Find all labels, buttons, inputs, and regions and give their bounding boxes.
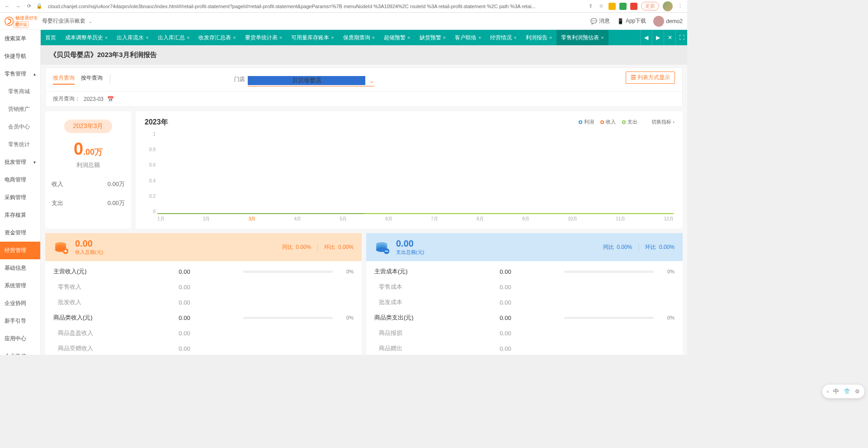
legend-item[interactable]: 支出 xyxy=(622,119,637,125)
url-bar[interactable]: cloud.chanjet.com/nsj/u4oor74daqxn/iole3… xyxy=(48,4,583,9)
back-icon[interactable]: ← xyxy=(4,3,11,10)
month-value[interactable]: 2023-03 xyxy=(84,96,104,102)
row-name: 商品赠出 xyxy=(374,344,447,353)
table-row: 商品报损0.00 xyxy=(374,325,675,341)
translate-button[interactable]: 更新 xyxy=(641,2,659,10)
share-icon[interactable]: ⇪ xyxy=(587,3,594,10)
tab-label: 客户联络 xyxy=(455,34,476,42)
close-icon[interactable]: × xyxy=(514,35,516,40)
close-icon[interactable]: × xyxy=(146,35,148,40)
query-tab-month[interactable]: 按月查询 xyxy=(53,74,75,85)
user-menu[interactable]: demo2 xyxy=(653,16,683,27)
close-icon[interactable]: × xyxy=(443,35,446,40)
sidebar-item[interactable]: 会员中心 xyxy=(0,118,40,136)
sidebar-item[interactable]: 电商管理 xyxy=(0,171,40,189)
tab[interactable]: 成本调整单历史× xyxy=(61,30,112,45)
y-tick: 0.8 xyxy=(145,147,156,152)
sidebar-item[interactable]: 应用中心 xyxy=(0,330,40,348)
y-tick: 0.4 xyxy=(145,178,156,183)
tabs-scroll-left[interactable]: ◀ xyxy=(640,30,652,45)
table-row: 商品赠出0.00 xyxy=(374,341,675,355)
tab[interactable]: 经营情况× xyxy=(486,30,521,45)
switch-label: 切换指标 xyxy=(651,119,671,124)
tab[interactable]: 出入库汇总× xyxy=(153,30,194,45)
query-tab-year[interactable]: 按年查询 xyxy=(81,74,103,85)
query-sub-bar: 按月查询： 2023-03 📅 xyxy=(45,91,683,107)
list-mode-button[interactable]: ☰ 列表方式显示 xyxy=(626,71,675,84)
close-icon[interactable]: × xyxy=(233,35,236,40)
tab-label: 经营情况 xyxy=(490,34,512,42)
sidebar-item[interactable]: 零售管理▴ xyxy=(0,65,40,83)
sidebar-item[interactable]: 快捷导航 xyxy=(0,48,40,65)
sidebar-item[interactable]: 零售商城 xyxy=(0,83,40,100)
ext-icon-3[interactable] xyxy=(630,3,637,10)
store-selector[interactable]: 门店 贝贝母婴店 ⌄ xyxy=(234,72,374,86)
tab[interactable]: 利润报告× xyxy=(521,30,557,45)
sidebar-item[interactable]: 资金管理 xyxy=(0,224,40,242)
expense-yoy-val: 0.00% xyxy=(617,244,632,250)
account-selector[interactable]: 母婴行业演示账套 ⌄ xyxy=(42,17,93,25)
ext-icon-2[interactable] xyxy=(619,3,627,10)
tab[interactable]: 超储预警× xyxy=(379,30,415,45)
close-icon[interactable]: × xyxy=(279,35,282,40)
tab[interactable]: 出入库流水× xyxy=(112,30,153,45)
close-icon[interactable]: × xyxy=(549,35,552,40)
sidebar-item[interactable]: 零售统计 xyxy=(0,136,40,153)
tabs-fullscreen[interactable]: ⛶ xyxy=(675,30,687,45)
close-icon[interactable]: × xyxy=(478,35,481,40)
sidebar-item[interactable]: 营销推广 xyxy=(0,100,40,118)
expense-icon xyxy=(374,239,391,255)
close-icon[interactable]: × xyxy=(331,35,334,40)
income-mom-label: 环比 xyxy=(324,244,335,250)
tab[interactable]: 首页 xyxy=(41,30,61,45)
user-avatar xyxy=(653,16,664,27)
sidebar-item[interactable]: 新手引导 xyxy=(0,312,40,330)
legend-item[interactable]: 利润 xyxy=(579,119,594,125)
tab[interactable]: 客户联络× xyxy=(450,30,486,45)
sidebar-item[interactable]: 采购管理 xyxy=(0,189,40,206)
close-icon[interactable]: × xyxy=(407,35,410,40)
chevron-icon: ▴ xyxy=(33,71,36,76)
close-icon[interactable]: × xyxy=(105,35,108,40)
row-value: 0.00 xyxy=(126,299,243,306)
sidebar-item[interactable]: 系统管理 xyxy=(0,277,40,295)
close-icon[interactable]: × xyxy=(187,35,189,40)
tabs-close-all[interactable]: ✕ xyxy=(664,30,675,45)
row-bar xyxy=(564,317,654,319)
tab[interactable]: 要货单统计表× xyxy=(241,30,287,45)
app-download-button[interactable]: 📱 App下载 xyxy=(617,17,646,25)
row-value: 0.00 xyxy=(126,330,243,337)
legend-label: 利润 xyxy=(584,119,594,125)
legend-item[interactable]: 收入 xyxy=(600,119,616,125)
close-icon[interactable]: × xyxy=(372,35,375,40)
tabs-scroll-right[interactable]: ▶ xyxy=(652,30,664,45)
forward-icon[interactable]: → xyxy=(14,3,22,10)
row-value: 0.00 xyxy=(447,284,564,291)
y-tick: 1 xyxy=(145,132,156,137)
sidebar-item[interactable]: 经营管理 xyxy=(0,242,40,259)
close-icon[interactable]: × xyxy=(601,35,604,40)
star-icon[interactable]: ☆ xyxy=(598,3,605,10)
switch-indicator[interactable]: 切换指标 › xyxy=(651,119,675,125)
x-tick: 3月 xyxy=(249,216,256,222)
ext-icon-1[interactable] xyxy=(609,3,616,10)
tab[interactable]: 缺货预警× xyxy=(415,30,450,45)
sidebar-item[interactable]: 库存核算 xyxy=(0,206,40,224)
messages-button[interactable]: 💬 消息 xyxy=(590,17,610,25)
sidebar-item[interactable]: 搜索菜单 xyxy=(0,30,40,48)
sidebar-item[interactable]: 基础信息 xyxy=(0,259,40,277)
sidebar-item[interactable]: 企业微信 xyxy=(0,348,40,355)
row-pct: 0% xyxy=(658,315,675,320)
income-yoy-label: 同比 xyxy=(282,244,293,250)
tab[interactable]: 零售利润预估表× xyxy=(557,30,608,45)
reload-icon[interactable]: ⟳ xyxy=(25,3,33,10)
tab[interactable]: 收发存汇总表× xyxy=(194,30,240,45)
sidebar-item[interactable]: 企业协同 xyxy=(0,295,40,312)
tab[interactable]: 可用量库存账本× xyxy=(287,30,338,45)
kebab-icon[interactable]: ⋮ xyxy=(676,3,684,10)
chart-card: 2023年 利润收入支出 切换指标 › 10.80.60.40.20 1月2月3… xyxy=(136,111,683,229)
profile-avatar[interactable] xyxy=(663,1,673,11)
sidebar-item[interactable]: 批发管理▾ xyxy=(0,153,40,171)
calendar-icon[interactable]: 📅 xyxy=(107,96,114,102)
tab[interactable]: 保质期查询× xyxy=(339,30,379,45)
